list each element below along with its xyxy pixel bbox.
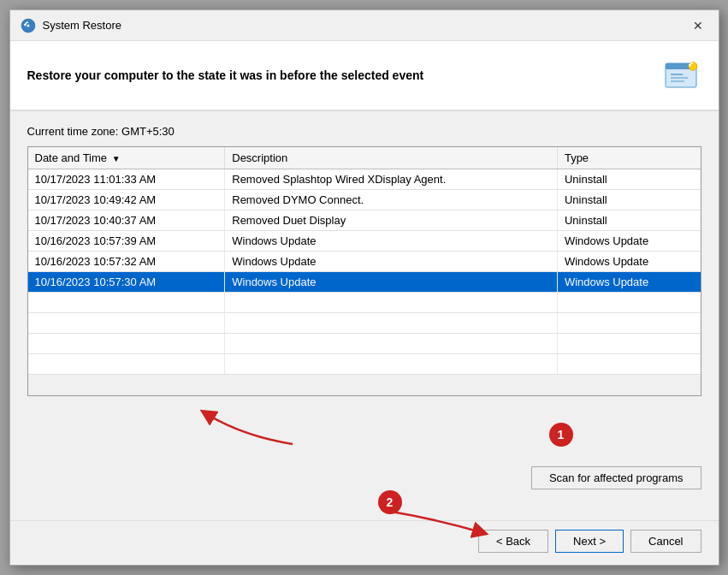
table-row[interactable]: 10/16/2023 10:57:32 AMWindows UpdateWind… (28, 252, 701, 272)
svg-rect-7 (671, 74, 683, 75)
cell-date: 10/16/2023 10:57:30 AM (28, 272, 225, 293)
cell-type: Windows Update (557, 272, 700, 293)
cell-description: Removed DYMO Connect. (225, 190, 558, 210)
sort-icon: ▼ (112, 154, 121, 163)
cell-type: Uninstall (557, 210, 700, 231)
close-button[interactable]: ✕ (688, 15, 708, 36)
table-row[interactable]: 10/17/2023 10:40:37 AMRemoved Duet Displ… (28, 210, 701, 231)
cell-description: Windows Update (225, 272, 558, 293)
content-area: Current time zone: GMT+5:30 Date and Tim… (10, 111, 719, 410)
cell-type: Uninstall (557, 190, 700, 210)
col-date: Date and Time ▼ (28, 147, 225, 169)
svg-rect-8 (671, 77, 688, 79)
cell-date: 10/17/2023 11:01:33 AM (28, 169, 225, 190)
table-row-empty (28, 313, 701, 334)
col-description: Description (225, 147, 558, 169)
scan-button[interactable]: Scan for affected programs (531, 466, 701, 489)
title-bar: System Restore ✕ (10, 10, 719, 41)
arrow-1 (156, 401, 327, 457)
col-type: Type (557, 147, 700, 169)
arrow-2 (370, 507, 541, 541)
restore-table: Date and Time ▼ Description Type 10/17/2… (28, 147, 701, 375)
system-restore-dialog: System Restore ✕ Restore your computer t… (9, 9, 719, 566)
cell-date: 10/16/2023 10:57:32 AM (28, 252, 225, 272)
cell-date: 10/16/2023 10:57:39 AM (28, 231, 225, 252)
timezone-label: Current time zone: GMT+5:30 (27, 125, 701, 138)
cell-date: 10/17/2023 10:49:42 AM (28, 190, 225, 210)
cell-description: Removed Splashtop Wired XDisplay Agent. (225, 169, 558, 190)
table-row[interactable]: 10/16/2023 10:57:30 AMWindows UpdateWind… (28, 272, 701, 293)
system-restore-icon (21, 18, 36, 33)
table-row-empty (28, 354, 701, 375)
footer-buttons: < Back Next > Cancel (10, 520, 719, 565)
footer-scan: Scan for affected programs (10, 461, 719, 495)
cell-type: Windows Update (557, 231, 700, 252)
cell-description: Windows Update (225, 231, 558, 252)
cell-description: Removed Duet Display (225, 210, 558, 231)
restore-table-container: Date and Time ▼ Description Type 10/17/2… (27, 146, 701, 396)
cancel-button[interactable]: Cancel (630, 530, 701, 553)
table-row[interactable]: 10/17/2023 10:49:42 AMRemoved DYMO Conne… (28, 190, 701, 210)
annotation-area-1: 1 (27, 410, 701, 461)
window-title: System Restore (43, 19, 688, 32)
cell-type: Windows Update (557, 252, 700, 272)
cell-type: Uninstall (557, 169, 700, 190)
cell-date: 10/17/2023 10:40:37 AM (28, 210, 225, 231)
svg-rect-9 (671, 80, 684, 82)
header-section: Restore your computer to the state it wa… (10, 41, 719, 111)
next-button[interactable]: Next > (555, 530, 624, 553)
header-title: Restore your computer to the state it wa… (27, 68, 424, 82)
table-row[interactable]: 10/16/2023 10:57:39 AMWindows UpdateWind… (28, 231, 701, 252)
annotation-area-2: 2 (10, 495, 719, 520)
svg-point-2 (27, 24, 29, 27)
table-row-empty (28, 293, 701, 313)
table-row[interactable]: 10/17/2023 11:01:33 AMRemoved Splashtop … (28, 169, 701, 190)
badge-1: 1 (549, 423, 573, 447)
table-row-empty (28, 334, 701, 354)
table-header-row: Date and Time ▼ Description Type (28, 147, 701, 169)
cell-description: Windows Update (225, 252, 558, 272)
restore-icon (660, 55, 701, 96)
